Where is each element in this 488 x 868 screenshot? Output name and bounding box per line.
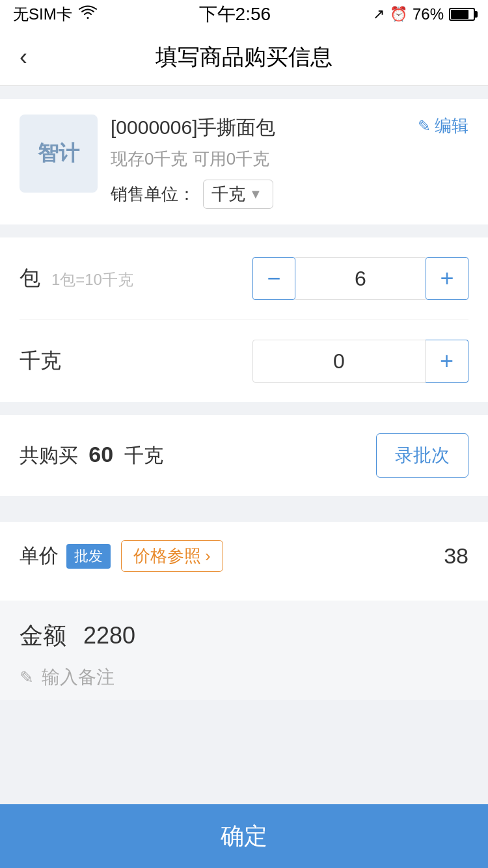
amount-row: 金额 2280 bbox=[20, 620, 468, 652]
section-divider-1 bbox=[0, 224, 488, 237]
unit-arrow-icon: ▼ bbox=[249, 187, 262, 202]
alarm-icon: ⏰ bbox=[390, 6, 407, 23]
price-ref-button[interactable]: 价格参照 › bbox=[121, 540, 223, 572]
price-section: 单价 批发 价格参照 › 38 bbox=[0, 522, 488, 601]
total-text: 共购买 60 千克 bbox=[20, 442, 376, 469]
price-tag: 批发 bbox=[66, 544, 111, 569]
amount-section: 金额 2280 ✎ 输入备注 bbox=[0, 601, 488, 700]
edit-label: 编辑 bbox=[435, 115, 468, 137]
amount-label: 金额 bbox=[20, 622, 66, 649]
section-divider-3 bbox=[0, 496, 488, 509]
kg-input[interactable] bbox=[252, 340, 426, 383]
product-stock: 现存0千克 可用0千克 bbox=[111, 148, 468, 170]
product-card: 智计 [0000006]手撕面包 现存0千克 可用0千克 销售单位： 千克 ▼ … bbox=[0, 99, 488, 224]
edit-icon: ✎ bbox=[418, 117, 431, 135]
price-row: 单价 批发 价格参照 › 38 bbox=[20, 540, 468, 572]
battery-percent: 76% bbox=[413, 5, 444, 23]
price-label: 单价 bbox=[20, 543, 59, 569]
unit-value: 千克 bbox=[211, 183, 245, 206]
total-amount: 60 bbox=[88, 442, 113, 467]
carrier-text: 无SIM卡 bbox=[13, 4, 72, 25]
kg-label: 千克 bbox=[20, 347, 252, 375]
back-button[interactable]: ‹ bbox=[20, 44, 27, 71]
bao-minus-button[interactable]: − bbox=[252, 257, 295, 300]
confirm-button[interactable]: 确定 bbox=[0, 804, 488, 868]
product-info: [0000006]手撕面包 现存0千克 可用0千克 销售单位： 千克 ▼ bbox=[111, 115, 468, 209]
section-divider-2 bbox=[0, 402, 488, 415]
kg-plus-button[interactable]: + bbox=[426, 340, 468, 383]
unit-label: 销售单位： bbox=[111, 183, 195, 206]
total-row: 共购买 60 千克 录批次 bbox=[20, 415, 468, 496]
product-unit-row: 销售单位： 千克 ▼ bbox=[111, 180, 468, 209]
pencil-icon: ✎ bbox=[20, 668, 34, 688]
confirm-label: 确定 bbox=[221, 821, 267, 852]
total-label: 共购买 bbox=[20, 444, 78, 466]
wifi-icon bbox=[79, 5, 97, 23]
bao-quantity-row: 包 1包=10千克 − + bbox=[20, 237, 468, 320]
bao-controls: − + bbox=[252, 257, 468, 300]
status-time: 下午2:56 bbox=[199, 2, 271, 27]
product-thumbnail: 智计 bbox=[20, 115, 98, 193]
quantity-section: 包 1包=10千克 − + 千克 + bbox=[0, 237, 488, 402]
bao-input[interactable] bbox=[295, 257, 426, 300]
remark-placeholder: 输入备注 bbox=[42, 665, 115, 690]
price-ref-label: 价格参照 bbox=[133, 545, 201, 567]
price-ref-arrow-icon: › bbox=[205, 546, 211, 566]
status-right: ↗ ⏰ 76% bbox=[373, 5, 475, 23]
edit-button[interactable]: ✎ 编辑 bbox=[418, 115, 468, 137]
status-bar: 无SIM卡 下午2:56 ↗ ⏰ 76% bbox=[0, 0, 488, 29]
total-unit: 千克 bbox=[124, 444, 163, 466]
product-logo: 智计 bbox=[38, 139, 79, 168]
product-name: [0000006]手撕面包 bbox=[111, 115, 468, 141]
bao-hint: 1包=10千克 bbox=[51, 271, 133, 288]
gps-icon: ↗ bbox=[373, 6, 385, 23]
bao-label-text: 包 bbox=[20, 266, 40, 290]
total-section: 共购买 60 千克 录批次 bbox=[0, 415, 488, 496]
price-value: 38 bbox=[223, 543, 468, 569]
unit-selector[interactable]: 千克 ▼ bbox=[203, 180, 273, 209]
kg-controls: + bbox=[252, 340, 468, 383]
nav-bar: ‹ 填写商品购买信息 bbox=[0, 29, 488, 86]
bao-plus-button[interactable]: + bbox=[426, 257, 468, 300]
status-left: 无SIM卡 bbox=[13, 4, 97, 25]
amount-value: 2280 bbox=[83, 622, 135, 649]
bao-label: 包 1包=10千克 bbox=[20, 264, 252, 293]
remark-row[interactable]: ✎ 输入备注 bbox=[20, 665, 468, 690]
back-icon: ‹ bbox=[20, 44, 27, 70]
battery-icon bbox=[449, 8, 475, 21]
page-title: 填写商品购买信息 bbox=[156, 42, 332, 72]
batch-button[interactable]: 录批次 bbox=[376, 433, 468, 478]
kg-quantity-row: 千克 + bbox=[20, 320, 468, 402]
